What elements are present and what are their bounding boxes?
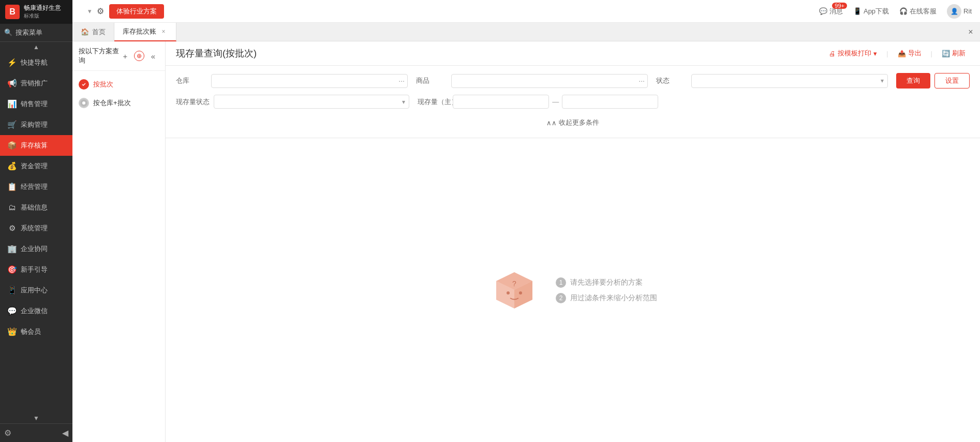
breadcrumb: [81, 7, 83, 15]
warehouse-input[interactable]: [211, 74, 408, 88]
filter-option-batch[interactable]: 按批次: [72, 75, 165, 94]
tip-2-text: 用过滤条件来缩小分析范围: [570, 293, 657, 303]
topbar-settings-icon[interactable]: ⚙: [97, 6, 104, 16]
experience-btn[interactable]: 体验行业方案: [109, 4, 164, 19]
filter-option-batch-label: 按批次: [93, 80, 113, 89]
sidebar-item-purchase[interactable]: 🛒 采购管理: [0, 114, 72, 135]
app-download-btn[interactable]: 📱 App下载: [853, 7, 889, 16]
settings-btn[interactable]: 设置: [934, 73, 970, 89]
sidebar-item-inventory[interactable]: 📦 库存核算: [0, 135, 72, 156]
filter-settings-btn[interactable]: ⊕: [134, 51, 144, 61]
sidebar-header: B 畅康通好生意 标准版: [0, 0, 72, 24]
tab-global-close-btn[interactable]: ×: [961, 23, 980, 41]
status-label: 状态: [656, 76, 687, 85]
export-btn[interactable]: 📤 导出: [894, 47, 926, 60]
sidebar-item-enterprise-wechat[interactable]: 💬 企业微信: [0, 301, 72, 321]
print-btn[interactable]: 🖨 按模板打印 ▾: [825, 47, 881, 60]
sidebar-item-sales[interactable]: 📊 销售管理: [0, 94, 72, 114]
purchase-icon: 🛒: [7, 120, 17, 129]
sidebar-item-quick-nav[interactable]: ⚡ 快捷导航: [0, 52, 72, 73]
filter-panel-title: 按以下方案查询: [79, 47, 120, 65]
online-service-label: 在线客服: [910, 7, 937, 16]
message-icon: 💬: [819, 7, 827, 15]
sidebar-item-basic-info[interactable]: 🗂 基础信息: [0, 197, 72, 218]
sidebar-item-label: 企业微信: [21, 306, 48, 316]
topbar-dropdown-icon[interactable]: ▾: [88, 7, 92, 15]
sidebar-item-operations[interactable]: 📋 经营管理: [0, 176, 72, 197]
print-dropdown-icon[interactable]: ▾: [873, 50, 877, 57]
product-field: 商品 ···: [416, 74, 648, 88]
newbie-icon: 🎯: [7, 265, 17, 274]
collapse-row[interactable]: ∧∧ 收起更多条件: [176, 115, 970, 130]
filter-panel-header: 按以下方案查询 + ⊕ «: [72, 41, 165, 71]
print-icon: 🖨: [829, 50, 836, 57]
sidebar-item-marketing[interactable]: 📢 营销推广: [0, 73, 72, 94]
app-version: 标准版: [24, 12, 61, 20]
action-divider2: |: [931, 50, 932, 57]
query-btn[interactable]: 查询: [896, 73, 930, 89]
sidebar-item-vip[interactable]: 👑 畅会员: [0, 321, 72, 342]
product-more-icon[interactable]: ···: [639, 77, 645, 85]
search-icon: 🔍: [4, 28, 12, 36]
avatar-placeholder: 👤: [951, 8, 958, 15]
sidebar-item-label: 采购管理: [21, 120, 48, 129]
global-close-icon: ×: [968, 27, 973, 37]
status-select[interactable]: [691, 74, 888, 88]
sidebar-search[interactable]: 🔍 搜索菜单: [0, 24, 72, 42]
sidebar-item-label: 经营管理: [21, 182, 48, 191]
stock-status-label: 现存量状态: [176, 97, 210, 107]
footer-collapse-icon[interactable]: ◀: [62, 428, 68, 438]
tab-inventory-batch[interactable]: 库存批次账 ×: [114, 23, 176, 41]
stock-quantity-from[interactable]: [453, 95, 549, 109]
page-title-actions: 🖨 按模板打印 ▾ | 📤 导出 | 🔄 刷新: [825, 47, 970, 60]
empty-state: ? 1 请先选择要分析的方案 2 用过滤条件来缩小分析范围: [166, 138, 980, 442]
filter-add-btn[interactable]: +: [120, 50, 131, 62]
collapse-label: 收起更多条件: [559, 118, 599, 127]
sidebar-nav: ⚡ 快捷导航 📢 营销推广 📊 销售管理 🛒 采购管理 📦 库存核算 💰 资金管…: [0, 52, 72, 413]
product-input[interactable]: [451, 74, 648, 88]
sidebar-item-app-center[interactable]: 📱 应用中心: [0, 280, 72, 301]
headphone-icon: 🎧: [899, 7, 908, 15]
sidebar-item-label: 销售管理: [21, 99, 48, 109]
stock-quantity-to[interactable]: [562, 95, 658, 109]
tab-close-icon[interactable]: ×: [159, 27, 168, 36]
stock-status-select[interactable]: [214, 95, 409, 109]
topbar-left: ▾ ⚙ 体验行业方案: [81, 4, 164, 19]
sidebar-scroll-up[interactable]: ▲: [0, 42, 72, 52]
footer-settings-icon[interactable]: ⚙: [4, 428, 11, 438]
app-info: 畅康通好生意 标准版: [24, 4, 61, 20]
print-label: 按模板打印: [838, 49, 871, 58]
user-menu[interactable]: 👤 Rit: [947, 4, 972, 19]
app-download-icon: 📱: [853, 7, 862, 15]
operations-icon: 📋: [7, 182, 17, 191]
filter-collapse-btn[interactable]: «: [147, 50, 159, 62]
empty-tips: 1 请先选择要分析的方案 2 用过滤条件来缩小分析范围: [556, 277, 657, 303]
empty-tip-1: 1 请先选择要分析的方案: [556, 277, 657, 288]
messages-btn[interactable]: 💬 消息 99+: [819, 7, 843, 16]
sidebar-item-newbie[interactable]: 🎯 新手引导: [0, 259, 72, 280]
refresh-btn[interactable]: 🔄 刷新: [938, 47, 970, 60]
app-download-label: App下载: [864, 7, 889, 16]
filter-option-warehouse-batch[interactable]: 按仓库+批次: [72, 94, 165, 112]
collapse-up-icon: ∧∧: [546, 119, 557, 127]
filter-options: 按批次 按仓库+批次: [72, 71, 165, 116]
status-field: 状态 ▾: [656, 74, 888, 88]
product-input-wrap: ···: [451, 74, 648, 88]
online-service-btn[interactable]: 🎧 在线客服: [899, 7, 937, 16]
main-content: 现存量查询(按批次) 🖨 按模板打印 ▾ | 📤 导出 | 🔄: [166, 41, 980, 442]
search-label: 搜索菜单: [16, 28, 42, 37]
sidebar-item-enterprise[interactable]: 🏢 企业协同: [0, 239, 72, 259]
sidebar-item-system[interactable]: ⚙ 系统管理: [0, 218, 72, 239]
tab-home[interactable]: 🏠 首页: [72, 23, 114, 41]
message-badge: 99+: [832, 3, 847, 9]
home-icon: 🏠: [81, 28, 89, 36]
inventory-icon: 📦: [7, 141, 17, 150]
warehouse-more-icon[interactable]: ···: [398, 77, 405, 85]
sidebar-item-label: 基础信息: [21, 203, 48, 212]
sidebar-scroll-down[interactable]: ▼: [0, 413, 72, 423]
sidebar-item-label: 库存核算: [21, 141, 48, 150]
sidebar-item-label: 企业协同: [21, 244, 48, 254]
tip-1-number: 1: [556, 277, 566, 288]
sidebar-item-finance[interactable]: 💰 资金管理: [0, 156, 72, 176]
stock-status-field: 现存量状态 ▾: [176, 95, 409, 109]
